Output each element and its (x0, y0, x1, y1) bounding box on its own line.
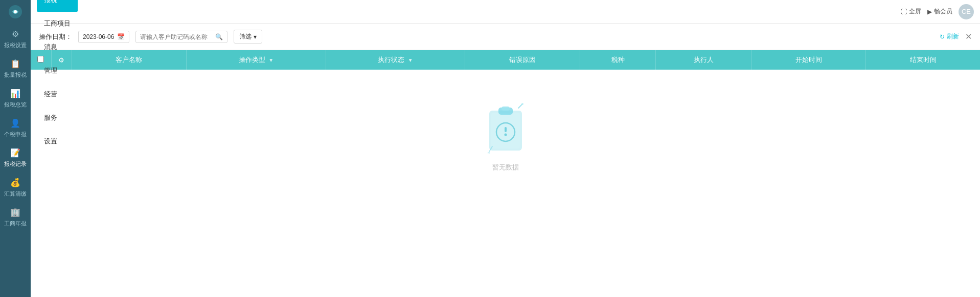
sidebar-item-tax-summary[interactable]: 📊报税总览 (0, 83, 31, 113)
member-label: 畅会员 (934, 7, 952, 16)
sidebar-item-label: 汇算清缴 (4, 190, 27, 198)
filter-button[interactable]: 筛选 ▾ (234, 30, 262, 44)
svg-line-9 (518, 104, 522, 108)
table-wrap: ⚙ 客户名称 操作类型 ▼ 执行状态 ▼ 错误原因 税种 执行人 开始时间 结束… (31, 50, 980, 297)
sidebar-item-label: 个税申报 (4, 131, 27, 138)
toolbar: 操作日期： 2023-06-06 📅 🔍 筛选 ▾ ↻ 刷新 ✕ (31, 24, 980, 50)
fullscreen-button[interactable]: ⛶ 全屏 (901, 7, 921, 16)
date-value: 2023-06-06 (83, 33, 114, 40)
th-start-time: 开始时间 (751, 50, 865, 70)
tax-record-icon: 📝 (9, 146, 21, 159)
sidebar-item-label: 报税记录 (4, 160, 27, 168)
avatar[interactable]: CE (959, 4, 974, 19)
sidebar-item-tax-settings[interactable]: ⚙报税设置 (0, 24, 31, 53)
sidebar-item-annual-report[interactable]: 🏢工商年报 (0, 202, 31, 231)
exec-status-filter-icon: ▼ (408, 57, 413, 63)
topnav-item-service[interactable]: 服务 (37, 106, 78, 130)
sidebar-items: ⚙报税设置📋批量报税📊报税总览👤个税申报📝报税记录💰汇算清缴🏢工商年报 (0, 24, 31, 231)
th-executor: 执行人 (656, 50, 751, 70)
toolbar-right: ↻ 刷新 ✕ (940, 32, 972, 41)
svg-rect-5 (502, 107, 510, 111)
topnav-item-management[interactable]: 管理 (37, 59, 78, 82)
svg-point-8 (504, 134, 507, 136)
topnav-item-settings[interactable]: 设置 (37, 130, 78, 153)
sidebar-item-batch-tax[interactable]: 📋批量报税 (0, 53, 31, 83)
main-area: 首页客户收费票据new记账报税工商项目消息管理经营服务设置 ⛶ 全屏 ▶ 畅会员… (31, 0, 980, 297)
topnav-item-message[interactable]: 消息 (37, 35, 78, 59)
empty-state-row: 暂无数据 (31, 70, 980, 193)
sidebar-item-label: 工商年报 (4, 220, 27, 227)
sidebar-item-personal-tax[interactable]: 👤个税申报 (0, 113, 31, 142)
annual-report-icon: 🏢 (9, 206, 21, 218)
sidebar-item-tax-record[interactable]: 📝报税记录 (0, 142, 31, 172)
topnav: 首页客户收费票据new记账报税工商项目消息管理经营服务设置 ⛶ 全屏 ▶ 畅会员… (31, 0, 980, 24)
sidebar-item-label: 报税设置 (4, 41, 27, 49)
settlement-icon: 💰 (9, 176, 21, 188)
tax-summary-icon: 📊 (9, 87, 21, 99)
op-type-filter-icon: ▼ (268, 57, 274, 63)
table-header-row: ⚙ 客户名称 操作类型 ▼ 执行状态 ▼ 错误原因 税种 执行人 开始时间 结束… (31, 50, 980, 70)
sidebar-item-label: 批量报税 (4, 71, 27, 79)
sidebar-item-settlement[interactable]: 💰汇算清缴 (0, 172, 31, 202)
empty-text: 暂无数据 (492, 163, 519, 172)
refresh-icon: ↻ (940, 33, 945, 40)
svg-point-1 (14, 10, 17, 13)
topnav-items: 首页客户收费票据new记账报税工商项目消息管理经营服务设置 (37, 0, 78, 153)
topnav-item-industry[interactable]: 工商项目 (37, 12, 78, 35)
date-input[interactable]: 2023-06-06 📅 (78, 31, 129, 43)
search-box[interactable]: 🔍 (135, 31, 227, 43)
member-button[interactable]: ▶ 畅会员 (927, 7, 952, 16)
tax-settings-icon: ⚙ (9, 28, 21, 40)
video-icon: ▶ (927, 8, 932, 15)
filter-label: 筛选 (239, 32, 252, 41)
fullscreen-label: 全屏 (909, 7, 921, 16)
empty-state-cell: 暂无数据 (31, 70, 980, 193)
sidebar-item-label: 报税总览 (4, 101, 27, 109)
svg-marker-12 (487, 152, 490, 154)
close-button[interactable]: ✕ (965, 32, 972, 41)
data-table: ⚙ 客户名称 操作类型 ▼ 执行状态 ▼ 错误原因 税种 执行人 开始时间 结束… (31, 50, 980, 193)
refresh-button[interactable]: ↻ 刷新 (940, 32, 959, 41)
chevron-down-icon: ▾ (254, 33, 257, 40)
topnav-item-operation[interactable]: 经营 (37, 82, 78, 106)
batch-tax-icon: 📋 (9, 57, 21, 70)
sidebar: ⚙报税设置📋批量报税📊报税总览👤个税申报📝报税记录💰汇算清缴🏢工商年报 (0, 0, 31, 297)
svg-point-10 (521, 103, 523, 105)
personal-tax-icon: 👤 (9, 117, 21, 129)
topnav-right: ⛶ 全屏 ▶ 畅会员 CE (901, 4, 974, 19)
sidebar-logo (0, 0, 31, 24)
th-tax-type: 税种 (580, 50, 656, 70)
content-area: 操作日期： 2023-06-06 📅 🔍 筛选 ▾ ↻ 刷新 ✕ (31, 24, 980, 297)
th-error-reason: 错误原因 (465, 50, 580, 70)
search-icon: 🔍 (215, 33, 223, 40)
topnav-item-tax[interactable]: 报税 (37, 0, 78, 12)
svg-rect-7 (505, 127, 507, 132)
th-exec-status[interactable]: 执行状态 ▼ (326, 50, 465, 70)
th-op-type[interactable]: 操作类型 ▼ (186, 50, 326, 70)
table-body: 暂无数据 (31, 70, 980, 193)
empty-illustration (480, 100, 531, 157)
search-input[interactable] (140, 33, 213, 40)
refresh-label: 刷新 (947, 32, 959, 41)
th-client-name: 客户名称 (72, 50, 186, 70)
calendar-icon: 📅 (117, 33, 125, 40)
empty-state: 暂无数据 (31, 70, 980, 193)
th-end-time: 结束时间 (866, 50, 980, 70)
fullscreen-icon: ⛶ (901, 8, 907, 15)
